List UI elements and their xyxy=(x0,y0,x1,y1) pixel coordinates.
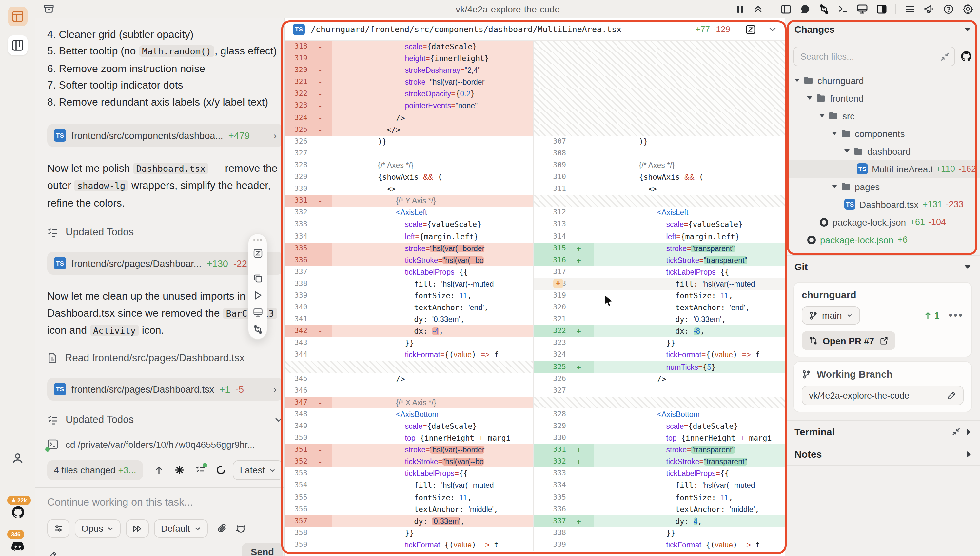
diff-cell[interactable]: 315+ stroke="transparent" xyxy=(533,242,785,254)
diff-cell[interactable]: 308 xyxy=(533,147,785,159)
more-dots-icon[interactable]: ••• xyxy=(949,309,964,321)
diff-cell[interactable]: 328 <AxisBottom xyxy=(533,409,785,420)
tree-item-churnguard[interactable]: churnguard xyxy=(785,71,980,89)
diff-cell[interactable]: 319 fontSize: 11, xyxy=(533,290,785,302)
diff-cell[interactable]: 354 fill: 'hsl(var(--muted xyxy=(285,480,533,491)
diff-cell[interactable]: 339 tickFormat={(value) => f xyxy=(533,539,785,551)
read-file-row[interactable]: Read frontend/src/pages/Dashboard.tsx xyxy=(47,352,283,364)
diff-cell[interactable]: 330 top={innerHeight + margi xyxy=(533,432,785,444)
diff-cell[interactable]: 324- /> xyxy=(285,112,533,124)
collapse-up-icon[interactable] xyxy=(753,4,763,14)
diff-cell[interactable]: 347- {/* X Axis */} xyxy=(285,397,533,409)
diff-cell[interactable]: 338 fill: 'hsl(var(--muted xyxy=(285,278,533,290)
composer-input[interactable]: Continue working on this task... xyxy=(47,497,283,509)
diff-cell[interactable] xyxy=(533,40,785,52)
diff-cell[interactable]: 346 xyxy=(285,385,533,396)
diff-cell[interactable]: 332 <AxisLeft xyxy=(285,207,533,219)
monitor-icon[interactable] xyxy=(857,3,868,15)
diff-cell[interactable] xyxy=(285,361,533,373)
diff-cell[interactable]: 312 <AxisLeft xyxy=(533,207,785,219)
diff-cell[interactable]: 355 fontSize: 11, xyxy=(285,491,533,503)
working-branch-input[interactable]: vk/4e2a-explore-the-code xyxy=(802,386,964,405)
diff-cell[interactable]: 313 scale={valueScale} xyxy=(533,219,785,231)
expand-icon[interactable] xyxy=(952,427,960,436)
chevron-down-icon[interactable] xyxy=(768,25,777,34)
diff-cell[interactable] xyxy=(533,76,785,88)
annotate-icon[interactable] xyxy=(745,24,756,34)
todo-list-icon[interactable] xyxy=(195,465,206,476)
diff-cell[interactable]: 310 {showAxis && ( xyxy=(533,171,785,183)
diff-cell[interactable]: 323 }} xyxy=(533,337,785,349)
diff-cell[interactable]: 322- strokeOpacity={0.2} xyxy=(285,88,533,100)
menu-icon[interactable] xyxy=(905,3,915,14)
tree-item-frontend[interactable]: frontend xyxy=(785,89,980,107)
diff-cell[interactable]: 329 {showAxis && ( xyxy=(285,171,533,183)
diff-cell[interactable]: 318 fill: 'hsl(var(--muted+ xyxy=(533,278,785,290)
diff-cell[interactable] xyxy=(533,397,785,409)
diff-cell[interactable] xyxy=(533,52,785,64)
diff-cell[interactable]: 328 {/* Axes */} xyxy=(285,159,533,171)
arrow-up-icon[interactable] xyxy=(154,465,164,475)
diff-cell[interactable]: 359 tickFormat={(value) => t xyxy=(285,539,533,551)
diff-cell[interactable]: 348 <AxisBottom xyxy=(285,409,533,420)
git-section-header[interactable]: Git xyxy=(785,256,980,278)
tree-item-package-lock.json[interactable]: package-lock.json+61-104 xyxy=(785,213,980,231)
open-pr-button[interactable]: Open PR #7 xyxy=(802,331,895,350)
diff-cell[interactable]: 358 }} xyxy=(285,527,533,539)
git-compare-icon[interactable] xyxy=(819,3,829,14)
megaphone-icon[interactable] xyxy=(923,3,935,15)
play-icon[interactable] xyxy=(253,291,263,300)
workspace-tab[interactable] xyxy=(8,36,27,55)
collapse-tree-icon[interactable] xyxy=(941,52,949,61)
tree-item-components[interactable]: components xyxy=(785,124,980,142)
diff-cell[interactable]: 334 fill: 'hsl(var(--muted xyxy=(533,480,785,491)
terminal-command-row[interactable]: cd /private/var/folders/10/h7w0q46556ggr… xyxy=(47,439,283,450)
diff-cell[interactable] xyxy=(533,195,785,207)
diff-cell[interactable]: 339 fontSize: 11, xyxy=(285,290,533,302)
diff-cell[interactable]: 336- tickStroke="hsl(var(--bo xyxy=(285,254,533,266)
chat-bubble-icon[interactable] xyxy=(800,3,810,14)
diff-cell[interactable]: 327 xyxy=(285,147,533,159)
panel-right-icon[interactable] xyxy=(877,3,887,14)
copy-icon[interactable] xyxy=(253,273,263,283)
cat-icon[interactable] xyxy=(235,523,247,534)
diff-cell[interactable]: 321- stroke="hsl(var(--border xyxy=(285,76,533,88)
terminal-section-header[interactable]: Terminal xyxy=(785,421,980,443)
diff-cell[interactable]: 316+ tickStroke="transparent" xyxy=(533,254,785,266)
diff-cell[interactable]: 332+ tickStroke="transparent" xyxy=(533,456,785,468)
diff-cell[interactable]: 326 )} xyxy=(285,136,533,147)
model-dropdown[interactable]: Opus xyxy=(75,520,121,538)
diff-cell[interactable]: 311 <> xyxy=(533,183,785,195)
diff-cell[interactable]: 351- stroke="hsl(var(--border xyxy=(285,444,533,456)
diff-cell[interactable]: 319- height={innerHeight} xyxy=(285,52,533,64)
diff-cell[interactable]: 335- stroke="hsl(var(--border xyxy=(285,242,533,254)
tree-item-dashboard[interactable]: dashboard xyxy=(785,142,980,160)
diff-cell[interactable]: 323- pointerEvents="none" xyxy=(285,100,533,112)
diff-cell[interactable]: 343 }} xyxy=(285,337,533,349)
diff-cell[interactable] xyxy=(533,64,785,76)
diff-cell[interactable]: 333 scale={valueScale} xyxy=(285,219,533,231)
todos-row[interactable]: Updated Todos xyxy=(47,226,283,238)
diff-cell[interactable]: 307 )} xyxy=(533,136,785,147)
diff-cell[interactable]: 331+ stroke="transparent" xyxy=(533,444,785,456)
git-compare-icon[interactable] xyxy=(253,325,263,335)
send-button[interactable]: Send xyxy=(242,543,283,556)
tree-item-pages[interactable]: pages xyxy=(785,178,980,196)
diff-cell[interactable]: 333 tickLabelProps={{ xyxy=(533,468,785,480)
diff-cell[interactable]: 326 /> xyxy=(533,373,785,385)
search-files-box[interactable] xyxy=(793,47,955,66)
more-dots-icon[interactable] xyxy=(253,239,262,241)
diff-cell[interactable]: 327 xyxy=(533,385,785,396)
diff-cell[interactable]: 322+ dx: -8, xyxy=(533,325,785,337)
pencil-icon[interactable] xyxy=(947,391,956,400)
settings-icon[interactable] xyxy=(962,3,974,15)
changes-section-header[interactable]: Changes xyxy=(785,18,980,40)
diff-cell[interactable] xyxy=(533,112,785,124)
diff-cell[interactable]: 356 textAnchor: 'middle', xyxy=(285,503,533,515)
diff-cell[interactable]: 330 <> xyxy=(285,183,533,195)
diff-cell[interactable]: 340 textAnchor: 'end', xyxy=(285,302,533,314)
diff-cell[interactable]: 320 textAnchor: 'end', xyxy=(533,302,785,314)
diff-cell[interactable]: 331- {/* Y Axis */} xyxy=(285,195,533,207)
diff-cell[interactable]: 344 tickFormat={(value) => f xyxy=(285,349,533,361)
github-link[interactable] xyxy=(8,502,27,522)
